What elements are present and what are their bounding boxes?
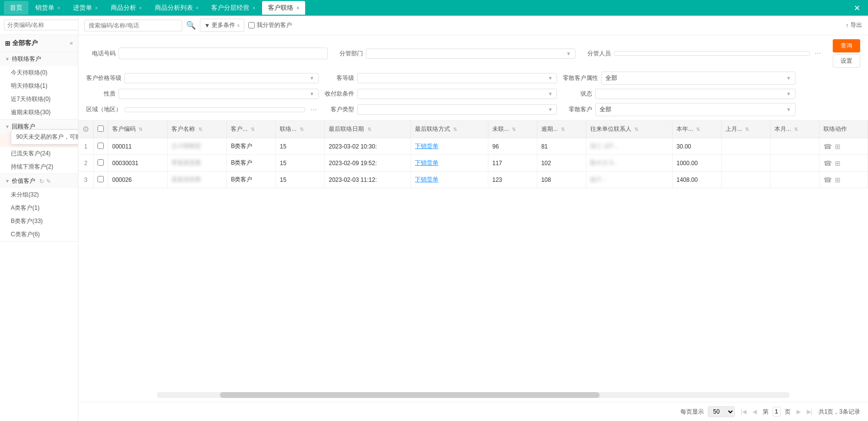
contact-action-icon-1[interactable]: ☎ <box>823 143 832 150</box>
sidebar-all-customers[interactable]: ⊞ 全部客户 « <box>0 35 78 52</box>
zero-customer-select[interactable]: 全部 ▼ <box>595 103 796 116</box>
col-last-month-sort-icon[interactable]: ⇅ <box>745 126 749 132</box>
group-pending-contact-title[interactable]: ▼ 待联络客户 <box>0 52 78 66</box>
tab-purchase[interactable]: 进货单 × <box>67 1 104 15</box>
row-last-method-2[interactable]: 下销货单 <box>411 155 488 172</box>
last-page-button[interactable]: ▶| <box>805 407 815 416</box>
col-contact-person-sort-icon[interactable]: ⇅ <box>634 126 638 132</box>
search-input[interactable] <box>84 20 182 31</box>
col-this-year-sort-icon[interactable]: ⇅ <box>696 126 700 132</box>
tab-customer-layer[interactable]: 客户分层经营 × <box>205 1 261 15</box>
edit-icon[interactable]: ✎ <box>46 178 51 185</box>
area-select[interactable] <box>124 107 305 112</box>
table-row: 3 000026 某某供应商 B类客户 15 2023-02-03 11:12:… <box>78 172 868 188</box>
export-button[interactable]: ↑ 导出 <box>845 21 862 29</box>
row-checkbox-3[interactable] <box>94 172 108 188</box>
payment-select[interactable]: ▼ <box>357 89 557 99</box>
status-select[interactable]: ▼ <box>595 89 796 99</box>
prev-page-button[interactable]: ◀ <box>750 407 759 416</box>
close-analysis-list-icon[interactable]: × <box>196 5 199 11</box>
col-contact-sort-icon[interactable]: ⇅ <box>300 126 304 132</box>
row-2-checkbox[interactable] <box>97 159 104 166</box>
export-icon: ↑ <box>845 22 848 29</box>
window-close-button[interactable]: ✕ <box>850 3 864 13</box>
dept-field: 分管部门 ▼ <box>334 49 575 59</box>
close-customer-layer-icon[interactable]: × <box>252 5 255 11</box>
customer-level-select[interactable]: ▼ <box>357 73 557 83</box>
per-page-select[interactable]: 50 20 100 <box>708 406 735 417</box>
tab-sales[interactable]: 销货单 × <box>29 1 66 15</box>
row-not-contacted-2: 117 <box>488 155 537 172</box>
col-not-contacted-sort-icon[interactable]: ⇅ <box>512 126 516 132</box>
col-name-sort-icon[interactable]: ⇅ <box>198 126 202 132</box>
customer-type-select[interactable]: ▼ <box>357 104 557 115</box>
close-customer-contact-icon[interactable]: × <box>296 5 299 11</box>
sidebar-item-today[interactable]: 今天待联络(0) <box>0 66 78 79</box>
col-this-month-sort-icon[interactable]: ⇅ <box>794 126 798 132</box>
row-this-year-1: 30.00 <box>673 138 722 155</box>
sidebar-item-c-class[interactable]: C类客户(6) <box>0 228 78 241</box>
contact-action-icon-3[interactable]: ☎ <box>823 176 832 184</box>
close-sales-icon[interactable]: × <box>57 5 60 11</box>
settings-icon[interactable]: ⚙ <box>82 125 89 133</box>
tab-home[interactable]: 首页 <box>4 1 28 15</box>
more-action-icon-3[interactable]: ⊞ <box>835 176 841 184</box>
sidebar-item-b-class[interactable]: B类客户(33) <box>0 215 78 228</box>
sidebar-item-lost[interactable]: 已流失客户(24) <box>0 147 78 160</box>
sidebar-collapse-icon[interactable]: « <box>70 40 73 47</box>
group-value-customers-title[interactable]: ▼ 价值客户 ↻ ✎ <box>0 174 78 188</box>
sidebar-item-ungrouped[interactable]: 未分组(32) <box>0 188 78 201</box>
scrollbar-thumb[interactable] <box>220 392 600 398</box>
person-select[interactable] <box>614 51 810 56</box>
price-level-select[interactable]: ▼ <box>124 73 319 83</box>
sidebar-item-a-class[interactable]: A类客户(1) <box>0 201 78 215</box>
more-action-icon-2[interactable]: ⊞ <box>835 159 841 167</box>
col-last-method-sort-icon[interactable]: ⇅ <box>453 126 457 132</box>
tab-analysis-list[interactable]: 商品分析列表 × <box>149 1 205 15</box>
my-customers-checkbox[interactable] <box>248 22 255 28</box>
sidebar-search-input[interactable] <box>4 20 78 30</box>
col-type-sort-icon[interactable]: ⇅ <box>251 126 255 132</box>
next-page-button[interactable]: ▶ <box>795 407 803 416</box>
contact-action-icon-2[interactable]: ☎ <box>823 159 832 167</box>
close-purchase-icon[interactable]: × <box>95 5 98 11</box>
dept-select[interactable]: ▼ <box>366 49 575 59</box>
col-last-date-label: 最后联络日期 <box>329 125 364 132</box>
col-last-date-sort-icon[interactable]: ⇅ <box>367 126 371 132</box>
sidebar-item-7days[interactable]: 近7天待联络(0) <box>0 93 78 106</box>
row-3-checkbox[interactable] <box>97 176 104 182</box>
horizontal-scrollbar[interactable] <box>157 392 790 398</box>
col-code-sort-icon[interactable]: ⇅ <box>139 126 143 132</box>
row-last-method-3[interactable]: 下销货单 <box>411 172 488 188</box>
tab-customer-contact[interactable]: 客户联络 × <box>262 1 305 15</box>
refresh-icon[interactable]: ↻ <box>39 178 44 185</box>
sidebar-item-tomorrow[interactable]: 明天待联络(1) <box>0 79 78 93</box>
more-conditions-button[interactable]: ▼ 更多条件 ∧ <box>200 19 244 32</box>
first-page-button[interactable]: |◀ <box>739 407 748 416</box>
zero-attr-select[interactable]: 全部 ▼ <box>601 72 796 85</box>
person-more-icon[interactable]: ··· <box>813 49 823 58</box>
sidebar-item-declining[interactable]: 持续下滑客户(2) <box>0 160 78 173</box>
group-pending-contact-label: 待联络客户 <box>12 55 41 63</box>
select-all-checkbox[interactable] <box>97 125 104 132</box>
customer-level-arrow-icon: ▼ <box>548 75 553 81</box>
tab-analysis[interactable]: 商品分析 × <box>105 1 148 15</box>
col-type: 客户... ⇅ <box>227 121 276 138</box>
gender-select[interactable]: ▼ <box>119 89 319 99</box>
col-overdue-sort-icon[interactable]: ⇅ <box>561 126 565 132</box>
more-action-icon-1[interactable]: ⊞ <box>835 143 841 150</box>
row-checkbox-1[interactable] <box>94 138 108 155</box>
my-customers-filter[interactable]: 我分管的客户 <box>248 21 292 29</box>
settings-button[interactable]: 设置 <box>833 54 860 68</box>
row-last-method-1[interactable]: 下销货单 <box>411 138 488 155</box>
close-analysis-icon[interactable]: × <box>139 5 142 11</box>
sidebar-item-overdue[interactable]: 逾期未联络(30) <box>0 106 78 119</box>
query-button[interactable]: 查询 <box>833 39 860 52</box>
col-settings[interactable]: ⚙ <box>78 121 94 138</box>
content-area: 🔍 ▼ 更多条件 ∧ 我分管的客户 ↑ 导出 电话号码 <box>78 16 868 421</box>
row-checkbox-2[interactable] <box>94 155 108 172</box>
area-more-icon[interactable]: ··· <box>308 105 318 114</box>
row-1-checkbox[interactable] <box>97 143 104 149</box>
search-button[interactable]: 🔍 <box>186 21 196 30</box>
phone-input[interactable] <box>119 48 328 59</box>
